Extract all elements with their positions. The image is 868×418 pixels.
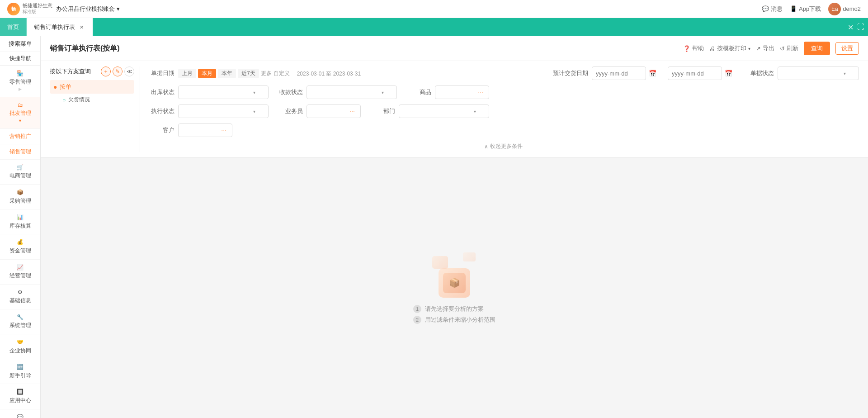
edit-scheme-btn[interactable]: ✎ xyxy=(113,66,123,76)
exec-arrow-icon: ▾ xyxy=(253,109,255,114)
date-tag-last-month[interactable]: 上月 xyxy=(178,69,196,78)
doc-status-select[interactable]: ▾ xyxy=(778,66,859,80)
date-tag-this-year[interactable]: 本年 xyxy=(218,69,236,78)
goods-field: 商品 ··· xyxy=(404,86,489,99)
tab-sales-order[interactable]: 销售订单执行表 ✕ xyxy=(27,18,93,36)
filter-row-4: 客户 ··· xyxy=(147,124,859,137)
salesperson-dots-icon[interactable]: ··· xyxy=(348,108,357,115)
salesperson-multiselect[interactable]: ··· xyxy=(307,104,361,118)
customer-dots-icon[interactable]: ··· xyxy=(219,127,228,134)
sidebar-search[interactable]: 搜索菜单 xyxy=(0,36,40,52)
guide-icon: 🆕 xyxy=(17,364,24,371)
payment-status-wrap: ▾ xyxy=(307,86,397,99)
settings-button[interactable]: 设置 xyxy=(835,42,859,55)
sidebar-item-system[interactable]: 🔧 系统管理 xyxy=(0,309,40,334)
refresh-btn[interactable]: ↺ 刷新 xyxy=(780,44,798,52)
collapse-left-btn[interactable]: ≪ xyxy=(124,66,134,76)
print-chevron-icon: ▾ xyxy=(748,46,750,51)
management-icon: 📈 xyxy=(17,264,24,271)
customer-multiselect[interactable]: ··· xyxy=(178,124,232,137)
date-tag-this-month[interactable]: 本月 xyxy=(198,69,216,78)
sidebar-item-wechat[interactable]: 💬 企业微信 xyxy=(0,409,40,418)
wholesale-icon: 🗂 xyxy=(18,102,23,109)
app-selector[interactable]: 办公用品行业模拟账套 ▾ xyxy=(56,5,120,13)
doc-status-arrow-icon: ▾ xyxy=(844,71,846,76)
print-icon: 🖨 xyxy=(709,45,715,52)
expected-date-start[interactable] xyxy=(592,66,646,80)
shortage-icon: ○ xyxy=(62,97,66,103)
logo-icon: 畅 xyxy=(7,3,20,15)
scheme-shortage[interactable]: ○ 欠货情况 xyxy=(50,94,134,106)
exec-status-select[interactable]: ▾ xyxy=(178,104,269,118)
doc-status-field: 单据状态 ▾ xyxy=(747,66,859,80)
collapse-filters-btn[interactable]: ∧ 收起更多条件 xyxy=(147,142,859,150)
dept-field: 部门 ▾ xyxy=(368,104,489,118)
template-print-btn[interactable]: 🖨 按模板打印 ▾ xyxy=(709,44,750,52)
export-btn[interactable]: ↗ 导出 xyxy=(756,44,774,52)
calendar-end-icon[interactable]: 📅 xyxy=(725,70,732,77)
scheme-order[interactable]: ● 按单 xyxy=(50,80,134,94)
add-scheme-btn[interactable]: ＋ xyxy=(101,66,111,76)
sidebar-item-finance[interactable]: 💰 资金管理 xyxy=(0,234,40,259)
sidebar-item-marketing[interactable]: 营销推广 xyxy=(0,129,40,144)
window-maximize-btn[interactable]: ⛶ xyxy=(857,23,864,31)
filter-row-1: 单据日期 上月 本月 本年 近7天 更多 自定义 2023-03-01 至 20… xyxy=(147,66,859,80)
ecommerce-icon: 🛒 xyxy=(17,164,24,171)
calendar-start-icon[interactable]: 📅 xyxy=(649,70,656,77)
help-icon: ❓ xyxy=(683,45,690,52)
tab-home[interactable]: 首页 xyxy=(0,18,27,36)
help-btn[interactable]: ❓ 帮助 xyxy=(683,44,704,52)
dept-select[interactable]: ▾ xyxy=(399,104,489,118)
sidebar-quick-nav[interactable]: 快捷导航 xyxy=(0,52,40,66)
message-btn[interactable]: 💬 消息 xyxy=(762,5,783,13)
logo-area: 畅 畅捷通好生意 标准版 xyxy=(7,3,52,15)
goods-multiselect[interactable]: ··· xyxy=(435,86,489,99)
filter-right: 单据日期 上月 本月 本年 近7天 更多 自定义 2023-03-01 至 20… xyxy=(140,66,859,152)
sidebar-item-wholesale[interactable]: 🗂 批发管理 ▼ xyxy=(0,97,40,129)
payment-status-select[interactable]: ▾ xyxy=(307,86,397,99)
content-area: 销售订单执行表(按单) ❓ 帮助 🖨 按模板打印 ▾ ↗ 导出 ↺ 刷新 xyxy=(41,36,868,418)
expected-date-end[interactable] xyxy=(668,66,722,80)
expand-icon: ▶ xyxy=(19,87,22,92)
scheme-order-icon: ● xyxy=(53,83,57,90)
delivery-arrow-icon: ▾ xyxy=(253,90,255,95)
system-icon: 🔧 xyxy=(17,314,24,321)
tab-close-icon[interactable]: ✕ xyxy=(78,24,85,31)
sidebar-item-sales[interactable]: 销售管理 xyxy=(0,144,40,160)
sidebar-item-retail[interactable]: 🏪 零售管理 ▶ xyxy=(0,66,40,97)
delivery-status-select[interactable]: ▾ xyxy=(178,86,269,99)
date-more-btn[interactable]: 更多 xyxy=(261,70,272,77)
sidebar-item-ecommerce[interactable]: 🛒 电商管理 xyxy=(0,160,40,185)
filter-row-3: 执行状态 ▾ 业务员 ··· xyxy=(147,104,859,118)
sidebar-item-management[interactable]: 📈 经营管理 xyxy=(0,260,40,285)
message-icon: 💬 xyxy=(762,5,769,12)
exec-status-field: 执行状态 ▾ xyxy=(147,104,269,118)
sidebar-item-guide[interactable]: 🆕 新手引导 xyxy=(0,359,40,384)
basic-icon: ⚙ xyxy=(18,289,23,296)
logo-label: 畅捷通好生意 标准版 xyxy=(23,3,52,15)
payment-arrow-icon: ▾ xyxy=(382,90,384,95)
page-header: 销售订单执行表(按单) ❓ 帮助 🖨 按模板打印 ▾ ↗ 导出 ↺ 刷新 xyxy=(41,36,868,61)
sidebar-item-appcenter[interactable]: 🔲 应用中心 xyxy=(0,384,40,409)
purchase-icon: 📦 xyxy=(17,189,24,196)
sidebar-item-purchase[interactable]: 📦 采购管理 xyxy=(0,185,40,209)
query-button[interactable]: 查询 xyxy=(804,42,830,55)
sidebar-item-inventory[interactable]: 📊 库存核算 xyxy=(0,209,40,234)
date-custom-btn[interactable]: 自定义 xyxy=(274,70,290,77)
exec-status-wrap: ▾ xyxy=(178,104,269,118)
date-tag-7days[interactable]: 近7天 xyxy=(238,69,259,78)
collapse-icon: ▼ xyxy=(18,119,22,124)
app-download-btn[interactable]: 📱 App下载 xyxy=(790,5,821,13)
finance-icon: 💰 xyxy=(17,239,24,246)
refresh-icon: ↺ xyxy=(780,45,785,52)
empty-hint-1: 1 请先选择要分析的方案 xyxy=(413,305,484,313)
sidebar-item-basic[interactable]: ⚙ 基础信息 xyxy=(0,285,40,309)
sidebar-item-collab[interactable]: 🤝 企业协同 xyxy=(0,334,40,359)
window-close-btn[interactable]: ✕ xyxy=(848,23,854,32)
download-icon: 📱 xyxy=(790,5,797,12)
collab-icon: 🤝 xyxy=(17,339,24,346)
tab-bar: 首页 销售订单执行表 ✕ ✕ ⛶ xyxy=(0,18,868,36)
goods-dots-icon[interactable]: ··· xyxy=(476,89,485,96)
inventory-icon: 📊 xyxy=(17,214,24,221)
user-menu[interactable]: Ea demo2 xyxy=(828,3,861,15)
